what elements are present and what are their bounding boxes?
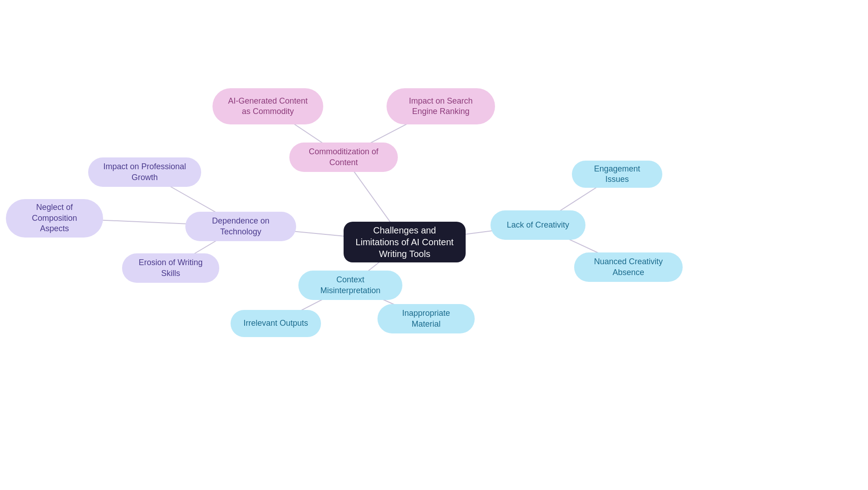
professional-growth-node: Impact on Professional Growth [88,157,201,187]
center-node: Challenges and Limitations of AI Content… [344,222,466,262]
neglect-node: Neglect of Composition Aspects [6,199,103,238]
nuanced-node: Nuanced Creativity Absence [574,252,683,282]
erosion-node: Erosion of Writing Skills [122,253,219,283]
context-node: Context Misinterpretation [298,271,402,300]
inappropriate-node: Inappropriate Material [377,304,475,333]
dependence-node: Dependence on Technology [185,212,296,241]
commoditization-node: Commoditization of Content [289,143,398,172]
irrelevant-node: Irrelevant Outputs [231,310,321,337]
engagement-node: Engagement Issues [572,161,662,188]
search-ranking-node: Impact on Search Engine Ranking [387,88,495,124]
lack-creativity-node: Lack of Creativity [491,210,585,240]
ai-commodity-node: AI-Generated Content as Commodity [212,88,323,124]
